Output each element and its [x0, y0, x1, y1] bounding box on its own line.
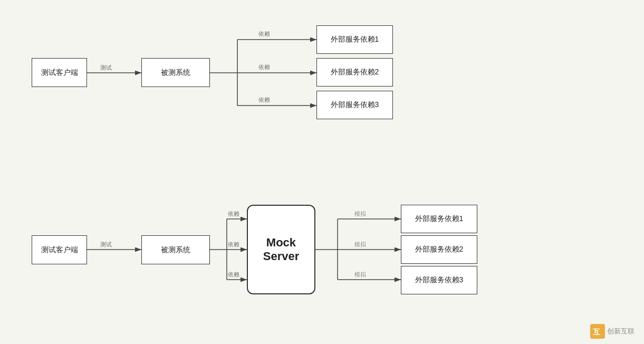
bot-label-mock3: 模拟	[354, 271, 367, 278]
top-label-test: 测试	[100, 64, 112, 71]
bot-label-dep-mid: 依赖	[228, 241, 239, 247]
bot-label-mock2: 模拟	[354, 241, 367, 247]
watermark: 互 创新互联	[590, 324, 635, 339]
top-dep2-box: 外部服务依赖2	[316, 58, 393, 87]
mock-server-box: MockServer	[247, 205, 315, 294]
bot-dep2-label: 外部服务依赖2	[415, 245, 464, 254]
bot-label-dep-bot: 依赖	[228, 271, 239, 278]
bot-client-label: 测试客户端	[41, 245, 78, 255]
bot-dep1-label: 外部服务依赖1	[415, 214, 464, 224]
top-dep1-label: 外部服务依赖1	[331, 35, 379, 44]
top-label-dep2: 依赖	[258, 64, 270, 70]
bot-label-dep-top: 依赖	[228, 211, 239, 217]
mock-server-label: MockServer	[263, 236, 300, 264]
top-client-label: 测试客户端	[41, 68, 78, 78]
bot-system-box: 被测系统	[141, 235, 210, 264]
diagram-container: 测试 依赖 依赖 依赖 测试 依赖 依赖 依赖	[0, 0, 644, 344]
bot-label-test: 测试	[100, 241, 112, 247]
bot-system-label: 被测系统	[161, 245, 190, 255]
top-system-box: 被测系统	[141, 58, 210, 87]
top-client-box: 测试客户端	[32, 58, 87, 87]
top-dep1-box: 外部服务依赖1	[316, 25, 393, 54]
bot-dep3-label: 外部服务依赖3	[415, 275, 464, 285]
bot-dep3-box: 外部服务依赖3	[401, 266, 477, 294]
watermark-logo: 互	[590, 324, 605, 339]
top-system-label: 被测系统	[161, 68, 190, 78]
top-dep3-box: 外部服务依赖3	[316, 91, 393, 119]
top-label-dep3: 依赖	[258, 97, 270, 103]
top-dep3-label: 外部服务依赖3	[331, 100, 379, 110]
top-dep2-label: 外部服务依赖2	[331, 68, 379, 77]
bot-client-box: 测试客户端	[32, 235, 87, 264]
bot-dep2-box: 外部服务依赖2	[401, 235, 477, 264]
top-label-dep1: 依赖	[258, 31, 270, 37]
bot-dep1-box: 外部服务依赖1	[401, 205, 477, 233]
svg-text:互: 互	[593, 328, 601, 336]
bot-label-mock1: 模拟	[354, 211, 367, 217]
watermark-text: 创新互联	[607, 327, 635, 336]
